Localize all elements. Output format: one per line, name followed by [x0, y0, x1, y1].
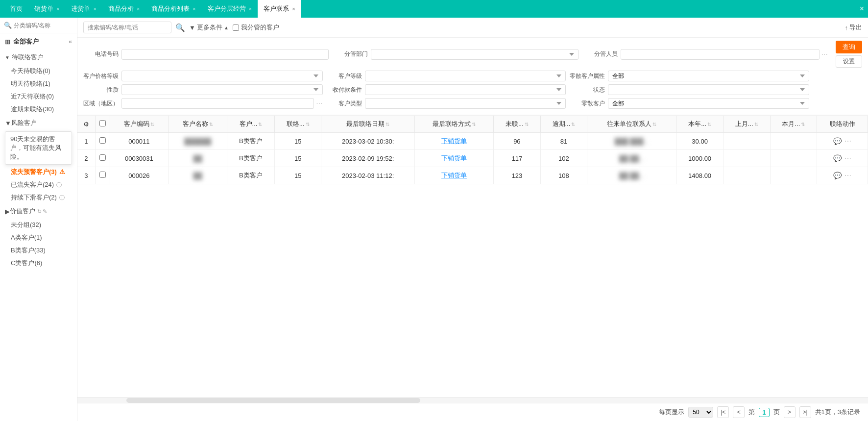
- close-analysis-icon[interactable]: ×: [137, 6, 140, 12]
- window-close-button[interactable]: ×: [860, 4, 864, 13]
- sidebar-group-risk[interactable]: ▼ 风险客户: [0, 116, 77, 130]
- nav-tab-customer-contact[interactable]: 客户联系 ×: [258, 0, 301, 18]
- price-level-select[interactable]: [121, 71, 323, 81]
- sidebar-item-churn-warning[interactable]: 流失预警客户(3) ⚠: [0, 166, 77, 178]
- row-checkbox-0[interactable]: [99, 137, 106, 144]
- action-chat-0[interactable]: 💬: [833, 137, 842, 145]
- col-unlink[interactable]: 未联...⇅: [494, 116, 541, 133]
- sort-contact-icon: ⇅: [306, 122, 310, 127]
- edit-icon[interactable]: ✎: [43, 208, 47, 215]
- col-type[interactable]: 客户...⇅: [227, 116, 275, 133]
- nav-tab-analysis-list[interactable]: 商品分析列表 ×: [145, 0, 201, 18]
- arrow-right-icon: ▶: [5, 208, 10, 215]
- export-button[interactable]: ↑ 导出: [845, 23, 863, 32]
- query-button[interactable]: 查询: [836, 41, 862, 53]
- region-dots-btn[interactable]: ···: [316, 99, 322, 108]
- scrollbar-area[interactable]: [77, 397, 868, 403]
- col-code[interactable]: 客户编码⇅: [110, 116, 169, 133]
- settings-button[interactable]: 设置: [836, 55, 862, 68]
- person-dots-btn[interactable]: ···: [821, 50, 828, 59]
- sidebar-item-churned[interactable]: 已流失客户(24) ⓘ: [0, 178, 77, 191]
- refresh-icon[interactable]: ↻: [37, 208, 42, 215]
- sidebar-group-pending[interactable]: ▼ 待联络客户: [0, 50, 77, 65]
- row-checkbox-1[interactable]: [99, 154, 106, 161]
- col-overdue[interactable]: 逾期...⇅: [540, 116, 587, 133]
- sidebar-item-class-a[interactable]: A类客户(1): [0, 231, 77, 244]
- retail-attr-select[interactable]: 全部: [608, 71, 809, 81]
- sort-date-icon: ⇅: [386, 122, 389, 127]
- region-input[interactable]: [121, 98, 314, 109]
- col-last-month[interactable]: 上月...⇅: [723, 116, 771, 133]
- filter-panel: 电话号码 分管部门 分管人员 ··· 查询 设置: [77, 38, 868, 116]
- action-more-1[interactable]: ⋯: [844, 154, 851, 162]
- nav-tab-analysis[interactable]: 商品分析 ×: [102, 0, 145, 18]
- nav-tab-purchase[interactable]: 进货单 ×: [65, 0, 102, 18]
- method-link-1[interactable]: 下销货单: [441, 154, 467, 162]
- col-settings[interactable]: ⚙: [77, 116, 95, 133]
- more-conditions-button[interactable]: ▼ 更多条件 ▲: [189, 23, 229, 32]
- cust-type-select[interactable]: [365, 98, 566, 109]
- close-customer-contact-icon[interactable]: ×: [292, 6, 295, 12]
- sidebar-item-overdue[interactable]: 逾期未联络(30): [0, 103, 77, 116]
- cell-method-1[interactable]: 下销货单: [414, 150, 493, 167]
- sidebar-item-7days[interactable]: 近7天待联络(0): [0, 90, 77, 103]
- sidebar-all-customers[interactable]: ⊞ 全部客户 «: [0, 33, 77, 50]
- close-analysis-list-icon[interactable]: ×: [193, 6, 195, 12]
- main-search-input[interactable]: [83, 22, 171, 33]
- retail-cust-select[interactable]: 全部: [608, 98, 809, 109]
- method-link-0[interactable]: 下销货单: [441, 137, 467, 145]
- col-this-year[interactable]: 本年...⇅: [676, 116, 723, 133]
- nav-tab-home[interactable]: 首页: [4, 0, 28, 18]
- cust-level-select[interactable]: [365, 71, 566, 81]
- sidebar-collapse-btn[interactable]: «: [69, 38, 72, 45]
- nature-select[interactable]: [121, 84, 323, 95]
- dept-select[interactable]: [371, 49, 578, 60]
- sidebar-item-declining[interactable]: 持续下滑客户(2) ⓘ: [0, 191, 77, 204]
- method-link-2[interactable]: 下销货单: [441, 172, 467, 179]
- last-page-button[interactable]: >|: [799, 406, 811, 418]
- col-last-date[interactable]: 最后联络日期⇅: [321, 116, 414, 133]
- close-customer-tier-icon[interactable]: ×: [249, 6, 252, 12]
- phone-input[interactable]: [121, 49, 329, 60]
- col-person[interactable]: 往来单位联系人⇅: [587, 116, 676, 133]
- filter-person: 分管人员 ···: [582, 49, 828, 60]
- col-name[interactable]: 客户名称⇅: [169, 116, 227, 133]
- phone-label: 电话号码: [83, 50, 119, 58]
- close-purchase-icon[interactable]: ×: [93, 6, 96, 12]
- bottom-bar: 每页显示 50 100 200 |< < 第 1 页 > >| 共1页，3条记录: [77, 403, 868, 421]
- nav-tab-sales[interactable]: 销货单 ×: [28, 0, 65, 18]
- sidebar-search-input[interactable]: [14, 22, 73, 29]
- cell-method-0[interactable]: 下销货单: [414, 133, 493, 150]
- status-select[interactable]: [608, 84, 809, 95]
- main-search-button[interactable]: 🔍: [175, 23, 185, 32]
- horizontal-scrollbar[interactable]: [126, 398, 420, 403]
- col-this-month[interactable]: 本月...⇅: [770, 116, 817, 133]
- nav-tab-customer-tier[interactable]: 客户分层经营 ×: [202, 0, 258, 18]
- sidebar-item-class-b[interactable]: B类客户(33): [0, 244, 77, 257]
- my-customer-checkbox-label[interactable]: 我分管的客户: [233, 23, 279, 32]
- sidebar-item-tomorrow[interactable]: 明天待联络(1): [0, 77, 77, 90]
- action-more-0[interactable]: ⋯: [844, 137, 851, 145]
- cell-method-2[interactable]: 下销货单: [414, 167, 493, 184]
- select-all-checkbox[interactable]: [99, 120, 106, 126]
- cell-date-2: 2023-02-03 11:12:: [321, 167, 414, 184]
- person-input[interactable]: [621, 49, 820, 60]
- prev-page-button[interactable]: <: [733, 406, 745, 418]
- sidebar-item-class-c[interactable]: C类客户(6): [0, 257, 77, 270]
- next-page-button[interactable]: >: [784, 406, 796, 418]
- col-last-method[interactable]: 最后联络方式⇅: [414, 116, 493, 133]
- close-sales-icon[interactable]: ×: [56, 6, 59, 12]
- per-page-select[interactable]: 50 100 200: [688, 407, 713, 418]
- my-customer-checkbox[interactable]: [233, 25, 239, 31]
- action-chat-1[interactable]: 💬: [833, 154, 842, 162]
- row-checkbox-2[interactable]: [99, 172, 106, 178]
- action-more-2[interactable]: ⋯: [844, 172, 851, 179]
- action-chat-2[interactable]: 💬: [833, 172, 842, 179]
- sidebar-item-ungroup[interactable]: 未分组(32): [0, 219, 77, 231]
- col-contact[interactable]: 联络...⇅: [274, 116, 321, 133]
- sidebar-group-value[interactable]: ▶ 价值客户 ↻ ✎: [0, 204, 77, 219]
- first-page-button[interactable]: |<: [717, 406, 729, 418]
- sidebar-item-today[interactable]: 今天待联络(0): [0, 65, 77, 77]
- payment-select[interactable]: [365, 84, 566, 95]
- search-icon: 🔍: [4, 22, 12, 29]
